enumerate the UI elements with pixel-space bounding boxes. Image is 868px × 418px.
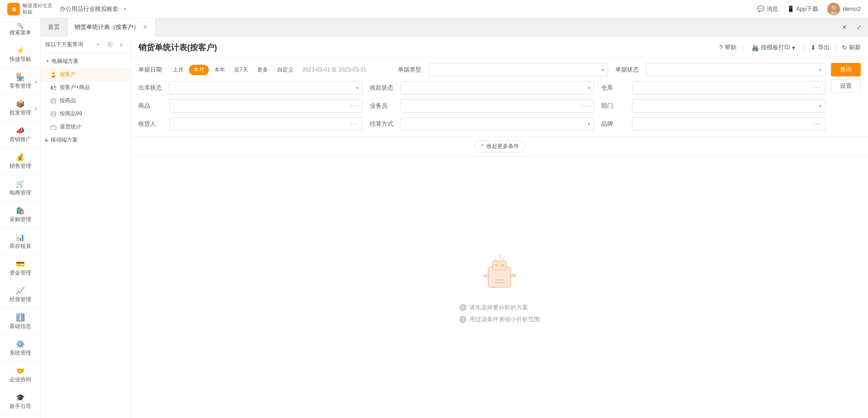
filter-row-1: 单据日期 上月 本月 本年 近7天 更多 自定义 xyxy=(138,63,826,76)
sales-icon: 💰 xyxy=(16,153,25,162)
header-right: 💬 消息 📱 App下载 demo2 xyxy=(757,3,861,15)
app-download-icon: 📱 xyxy=(787,5,794,12)
sidebar-item-retail[interactable]: 🏪 零售管理 xyxy=(0,68,40,95)
warehouse-input[interactable]: ··· xyxy=(632,81,826,95)
message-icon: 💬 xyxy=(757,5,764,12)
out-status-input[interactable]: ▾ xyxy=(169,81,363,95)
doc-type-input[interactable]: ▾ xyxy=(429,63,608,76)
scheme-group-desktop: ▼ 电脑端方案 按客户 xyxy=(41,55,131,133)
svg-rect-22 xyxy=(495,279,504,280)
tab-bar: 首页 销货单统计表（按客户） ✕ ✕ ⤢ xyxy=(41,18,868,36)
scheme-item-by-customer-goods[interactable]: 按客户+商品 xyxy=(41,81,131,94)
query-button[interactable]: 查询 xyxy=(831,63,861,76)
sidebar-item-inventory[interactable]: 📊 库存核算 xyxy=(0,228,40,255)
sidebar-item-ecommerce[interactable]: 🛒 电商管理 xyxy=(0,175,40,202)
print-btn[interactable]: 🖨️ 按模板打印 ▾ xyxy=(749,42,798,53)
scheme-settings-btn[interactable] xyxy=(105,40,114,49)
tab-minimize-btn[interactable]: ✕ xyxy=(839,22,850,33)
sidebar-label-inventory: 库存核算 xyxy=(9,242,31,250)
sidebar-item-wholesale[interactable]: 📦 批发管理 xyxy=(0,95,40,122)
sidebar-item-search-menu[interactable]: 🔍 搜索菜单 xyxy=(0,18,40,42)
system-dropdown-arrow[interactable]: ▾ xyxy=(124,6,126,11)
scheme-group-desktop-header[interactable]: ▼ 电脑端方案 xyxy=(41,55,131,68)
brand-dots: ··· xyxy=(813,120,821,128)
sidebar-item-basic[interactable]: ℹ️ 基础信息 xyxy=(0,309,40,335)
collapse-btn[interactable]: ⌃ 收起更多条件 xyxy=(474,140,525,152)
date-tab-this-year[interactable]: 本年 xyxy=(211,65,229,75)
logo-area[interactable]: 通 畅捷通好生意 标版 xyxy=(7,3,52,15)
scheme-item-by-goods-99-label: 按商品99 xyxy=(60,110,126,118)
payment-label: 结算方式 xyxy=(370,120,397,128)
empty-tips: 1 请先选择要分析的方案 2 用过滤条件来缩小分析范围 xyxy=(459,304,540,323)
refresh-btn[interactable]: ↻ 刷新 xyxy=(842,43,861,52)
date-tab-custom[interactable]: 自定义 xyxy=(274,65,297,75)
sidebar-item-sales[interactable]: 💰 销售管理 xyxy=(0,148,40,175)
sidebar-item-quick-nav[interactable]: ⚡ 快捷导航 xyxy=(0,42,40,68)
scheme-panel: 按以下方案查询 + « ▼ 电脑端方案 xyxy=(41,36,131,418)
payment-arrow: ▾ xyxy=(588,122,590,127)
scheme-item-by-goods[interactable]: 按商品 xyxy=(41,94,131,107)
desktop-group-name: 电脑端方案 xyxy=(52,57,126,65)
tab-sales-stat-label: 销货单统计表（按客户） xyxy=(75,23,139,31)
receipt-status-input[interactable]: ▾ xyxy=(401,81,594,95)
date-tab-this-month[interactable]: 本月 xyxy=(189,65,209,75)
sidebar-item-finance[interactable]: 💳 资金管理 xyxy=(0,255,40,282)
by-goods-99-icon xyxy=(50,110,57,118)
receiver-dots: ··· xyxy=(350,120,359,128)
scheme-item-by-customer[interactable]: 按客户 xyxy=(41,68,131,81)
help-icon: ? xyxy=(719,44,723,51)
scheme-item-return-stat[interactable]: 退货统计 xyxy=(41,120,131,133)
sidebar-label-wholesale: 批发管理 xyxy=(9,109,31,117)
print-icon: 🖨️ xyxy=(751,44,759,51)
scheme-group-mobile: ▶ 移动端方案 xyxy=(41,133,131,147)
tab-home-label: 首页 xyxy=(48,23,60,31)
app-download-btn[interactable]: 📱 App下载 xyxy=(787,5,818,13)
help-btn[interactable]: ? 帮助 xyxy=(719,43,736,52)
separator2: | xyxy=(803,44,805,51)
payment-input[interactable]: ▾ xyxy=(401,117,594,131)
svg-rect-19 xyxy=(493,261,506,270)
tip-text-1: 请先选择要分析的方案 xyxy=(469,304,528,312)
export-btn[interactable]: ⬇ 导出 xyxy=(811,43,830,52)
receiver-input[interactable]: ··· xyxy=(169,117,363,131)
sidebar-item-newbie[interactable]: 🎓 新手引导 xyxy=(0,389,40,415)
main-panel: 销货单统计表(按客户) ? 帮助 | 🖨️ 按模板打印 ▾ | xyxy=(131,36,868,418)
date-tab-last-month[interactable]: 上月 xyxy=(169,65,187,75)
empty-state: 1 请先选择要分析的方案 2 用过滤条件来缩小分析范围 xyxy=(131,157,868,418)
svg-point-20 xyxy=(495,264,498,267)
tab-sales-stat[interactable]: 销货单统计表（按客户） ✕ xyxy=(67,18,156,36)
date-filter: 单据日期 上月 本月 本年 近7天 更多 自定义 xyxy=(138,65,391,75)
goods-input[interactable]: ··· xyxy=(169,99,363,113)
staff-label: 业务员 xyxy=(370,102,397,110)
tab-home[interactable]: 首页 xyxy=(41,18,67,36)
scheme-list: ▼ 电脑端方案 按客户 xyxy=(41,53,131,418)
receipt-status-label: 收款状态 xyxy=(370,84,397,92)
sidebar-item-purchase[interactable]: 🛍️ 采购管理 xyxy=(0,202,40,228)
date-tab-last7[interactable]: 近7天 xyxy=(231,65,252,75)
sidebar-item-app-center[interactable]: 📱 应用中心 xyxy=(0,415,40,418)
sidebar-item-system[interactable]: ⚙️ 系统管理 xyxy=(0,335,40,362)
scheme-group-mobile-header[interactable]: ▶ 移动端方案 xyxy=(41,133,131,147)
tab-close-btn[interactable]: ✕ xyxy=(142,23,148,31)
scheme-header: 按以下方案查询 + « xyxy=(41,36,131,53)
date-tab-more[interactable]: 更多 xyxy=(254,65,272,75)
brand-input[interactable]: ··· xyxy=(632,117,826,131)
settings-button[interactable]: 设置 xyxy=(831,79,861,93)
staff-input[interactable]: ··· xyxy=(401,99,594,113)
message-btn[interactable]: 💬 消息 xyxy=(757,5,778,13)
doc-status-input[interactable]: ▾ xyxy=(646,63,826,76)
scheme-collapse-btn[interactable]: « xyxy=(117,40,126,49)
sidebar-item-operation[interactable]: 📈 经营管理 xyxy=(0,282,40,309)
doc-status-label: 单据状态 xyxy=(615,66,642,74)
dept-input[interactable]: ▾ xyxy=(632,99,826,113)
sidebar-item-marketing[interactable]: 📣 营销推广 xyxy=(0,122,40,148)
tab-expand-btn[interactable]: ⤢ xyxy=(854,22,864,33)
mobile-group-arrow: ▶ xyxy=(45,138,49,142)
logo-text: 畅捷通好生意 xyxy=(23,3,52,9)
sidebar-item-enterprise[interactable]: 🤝 企业协同 xyxy=(0,362,40,389)
user-area[interactable]: demo2 xyxy=(827,3,861,15)
scheme-item-by-goods-99[interactable]: 按商品99 xyxy=(41,107,131,120)
empty-illustration xyxy=(477,251,522,296)
scheme-add-btn[interactable]: + xyxy=(94,40,103,49)
filter-item-out-status: 出库状态 ▾ xyxy=(138,81,363,95)
